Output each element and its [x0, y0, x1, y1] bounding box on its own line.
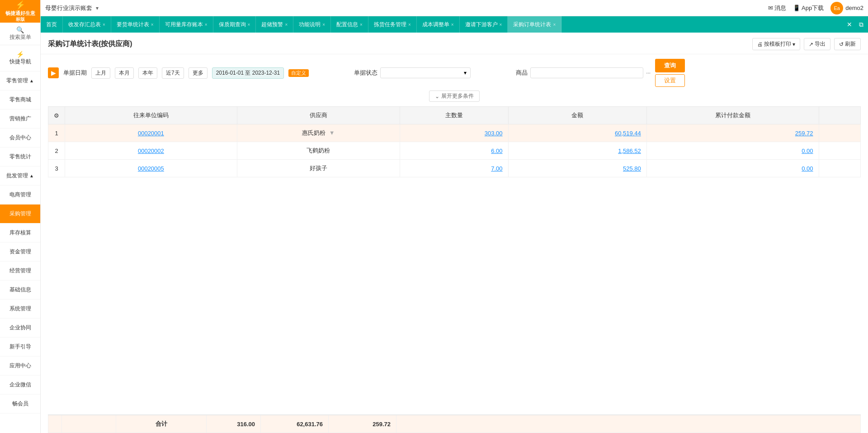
tab-cost-adjust[interactable]: 成本调整单 × — [417, 16, 460, 33]
close-icon[interactable]: × — [500, 22, 502, 27]
row-code[interactable]: 00020002 — [65, 142, 237, 160]
avatar: Ea — [830, 2, 843, 14]
close-icon[interactable]: × — [408, 22, 411, 27]
footer-extra — [396, 415, 861, 433]
goods-more-icon[interactable]: ··· — [646, 70, 651, 76]
page-title: 采购订单统计表(按供应商) — [48, 39, 132, 49]
topbar-dropdown[interactable]: ▾ — [96, 5, 99, 11]
page-header: 采购订单统计表(按供应商) 🖨 按模板打印 ▾ ↗ 导出 ↺ 刷新 — [41, 33, 868, 54]
refresh-button[interactable]: ↺ 刷新 — [834, 38, 861, 50]
expand-filter-button[interactable]: ⌄ 展开更多条件 — [429, 90, 480, 102]
close-icon[interactable]: × — [151, 22, 154, 27]
goods-input[interactable] — [530, 67, 643, 78]
filter-more-dates[interactable]: 更多 — [189, 67, 208, 79]
tab-invite-downstream[interactable]: 邀请下游客户 × — [460, 16, 508, 33]
row-paid[interactable]: 259.72 — [646, 124, 819, 142]
close-icon[interactable]: × — [103, 22, 105, 27]
sidebar-item-stock[interactable]: 库存核算 — [0, 224, 40, 243]
export-button[interactable]: ↗ 导出 — [804, 38, 830, 50]
sidebar-item-basic-info[interactable]: 基础信息 — [0, 281, 40, 300]
restore-window-button[interactable]: ⧉ — [857, 21, 866, 29]
sidebar-item-retail-shop[interactable]: 零售商城 — [0, 90, 40, 109]
tab-function-guide[interactable]: 功能说明 × — [293, 16, 331, 33]
sidebar-item-member[interactable]: 畅会员 — [0, 395, 40, 414]
row-amount[interactable]: 525.80 — [508, 160, 646, 177]
filter-last-month[interactable]: 上月 — [91, 67, 110, 79]
tab-expiry-query[interactable]: 保质期查询 × — [213, 16, 256, 33]
sidebar-item-member-center[interactable]: 会员中心 — [0, 128, 40, 148]
status-select[interactable]: ▾ — [380, 67, 471, 78]
table-header-settings[interactable]: ⚙ — [48, 107, 65, 124]
tab-config[interactable]: 配置信息 × — [331, 16, 368, 33]
sidebar-item-marketing[interactable]: 营销推广 — [0, 109, 40, 128]
expand-icon[interactable]: ▼ — [329, 129, 335, 136]
topbar-right: ✉ 消息 📱 App下载 Ea demo2 — [768, 2, 863, 14]
table-row: 3 00020005 好孩子 7.00 525.80 0.00 — [48, 160, 861, 177]
table-row: 2 00020002 飞鹤奶粉 6.00 1,586.52 0.00 — [48, 142, 861, 160]
tab-stock-summary[interactable]: 收发存汇总表 × — [63, 16, 111, 33]
tab-overstock-warn[interactable]: 超储预警 × — [256, 16, 293, 33]
status-filter-group: 单据状态 ▾ — [354, 67, 471, 78]
sidebar-item-search[interactable]: 🔍 搜索菜单 — [0, 23, 40, 45]
footer-table: 合计 316.00 62,631.76 259.72 — [48, 414, 861, 433]
search-button[interactable]: 查询 — [655, 59, 685, 72]
close-icon[interactable]: × — [285, 22, 288, 27]
tab-home[interactable]: 首页 — [41, 16, 63, 33]
sidebar: ⚡ 畅捷通好生意 标版 🔍 搜索菜单 ⚡ 快捷导航 零售管理 ▲ 零售商城 营销… — [0, 0, 41, 433]
sidebar-item-purchase[interactable]: 采购管理 — [0, 205, 40, 224]
sidebar-item-quick-nav[interactable]: ⚡ 快捷导航 — [0, 45, 40, 71]
custom-date-badge: 自定义 — [288, 69, 309, 77]
close-icon[interactable]: × — [553, 22, 556, 27]
filter-this-year[interactable]: 本年 — [138, 67, 157, 79]
row-code[interactable]: 00020001 — [65, 124, 237, 142]
chevron-down-icon: ▾ — [464, 70, 467, 76]
close-icon[interactable]: × — [248, 22, 250, 27]
row-qty[interactable]: 6.00 — [400, 142, 508, 160]
tab-purchase-req[interactable]: 要货单统计表 × — [111, 16, 160, 33]
nav-tabs-end: ✕ ⧉ — [844, 21, 868, 29]
chevron-down-icon: ▲ — [29, 173, 34, 178]
sidebar-item-enterprise[interactable]: 企业协同 — [0, 319, 40, 338]
user-profile[interactable]: Ea demo2 — [830, 2, 863, 14]
close-all-tabs-button[interactable]: ✕ — [844, 21, 854, 28]
sidebar-item-system[interactable]: 系统管理 — [0, 300, 40, 319]
close-icon[interactable]: × — [451, 22, 454, 27]
print-template-button[interactable]: 🖨 按模板打印 ▾ — [752, 38, 800, 50]
footer-row: 合计 316.00 62,631.76 259.72 — [48, 415, 861, 433]
close-icon[interactable]: × — [205, 22, 208, 27]
filter-expand-row: ⌄ 展开更多条件 — [48, 90, 861, 102]
filter-last-7-days[interactable]: 近7天 — [162, 67, 184, 79]
filter-this-month[interactable]: 本月 — [115, 67, 134, 79]
topbar-msg[interactable]: ✉ 消息 — [768, 4, 786, 12]
row-qty[interactable]: 303.00 — [400, 124, 508, 142]
row-extra — [819, 160, 860, 177]
sidebar-item-wechat[interactable]: 企业微信 — [0, 376, 40, 395]
settings-button[interactable]: 设置 — [655, 74, 685, 87]
topbar-app-download[interactable]: 📱 App下载 — [793, 4, 824, 12]
row-code[interactable]: 00020005 — [65, 160, 237, 177]
filter-toggle-button[interactable]: ▶ — [48, 67, 59, 78]
row-no: 2 — [48, 142, 65, 160]
row-amount[interactable]: 1,586.52 — [508, 142, 646, 160]
filter-area: ▶ 单据日期 上月 本月 本年 近7天 更多 2016-01-01 至 2023… — [41, 54, 868, 106]
sidebar-item-wholesale-mgmt[interactable]: 批发管理 ▲ — [0, 167, 40, 186]
row-paid[interactable]: 0.00 — [646, 160, 819, 177]
row-supplier: 飞鹤奶粉 — [237, 142, 400, 160]
tab-purchase-order-stats[interactable]: 采购订单统计表 × — [508, 16, 561, 33]
row-amount[interactable]: 60,519.44 — [508, 124, 646, 142]
sidebar-item-finance[interactable]: 资金管理 — [0, 243, 40, 262]
close-icon[interactable]: × — [322, 22, 325, 27]
sidebar-item-operation[interactable]: 经营管理 — [0, 262, 40, 281]
refresh-icon: ↺ — [839, 41, 844, 48]
sidebar-item-app-center[interactable]: 应用中心 — [0, 357, 40, 376]
table-header-qty: 主数量 — [400, 107, 508, 124]
sidebar-item-ecommerce[interactable]: 电商管理 — [0, 186, 40, 205]
row-paid[interactable]: 0.00 — [646, 142, 819, 160]
tab-pick-task[interactable]: 拣货任务管理 × — [368, 16, 417, 33]
tab-stock-available[interactable]: 可用量库存账本 × — [160, 16, 213, 33]
row-qty[interactable]: 7.00 — [400, 160, 508, 177]
sidebar-item-newbie[interactable]: 新手引导 — [0, 338, 40, 357]
sidebar-item-retail-stats[interactable]: 零售统计 — [0, 148, 40, 167]
sidebar-item-retail-mgmt[interactable]: 零售管理 ▲ — [0, 71, 40, 90]
close-icon[interactable]: × — [360, 22, 363, 27]
